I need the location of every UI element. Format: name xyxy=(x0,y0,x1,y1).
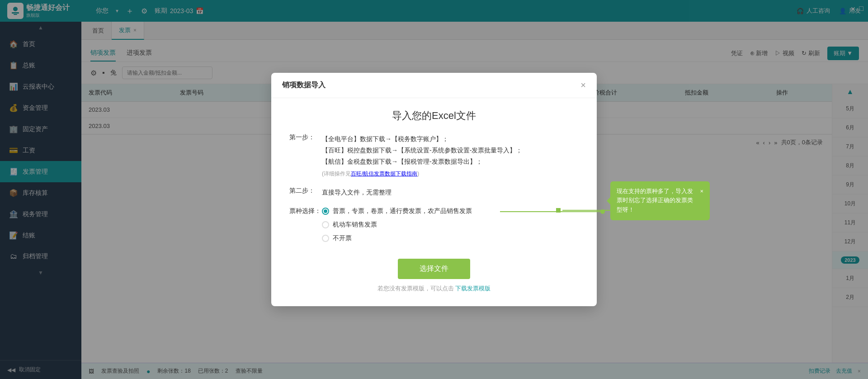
download-template-link[interactable]: 下载发票模版 xyxy=(455,285,491,292)
download-guide-link[interactable]: 百旺/航信发票数据下载指南 xyxy=(351,171,417,177)
ticket-label: 票种选择： xyxy=(289,207,322,248)
step2-label: 第二步： xyxy=(289,187,316,198)
ticket-option-3[interactable]: 不开票 xyxy=(322,234,472,242)
modal-close-button[interactable]: × xyxy=(580,80,586,90)
modal-title: 销项数据导入 xyxy=(282,81,326,90)
ticket-radio-group: 普票，专票，卷票，通行费发票，农产品销售发票 机动车销售发票 xyxy=(322,207,472,248)
ticket-selection: 票种选择： 普票，专票，卷票，通行费发票，农产品销售发票 xyxy=(289,207,579,248)
ticket-option-2[interactable]: 机动车销售发票 xyxy=(322,221,472,229)
tooltip-line xyxy=(500,211,605,212)
step1-row: 第一步： 【全电平台】数据下载→【税务数字账户】； 【百旺】税控盘数据下载→【系… xyxy=(289,133,579,168)
step2-content: 直接导入文件，无需整理 xyxy=(322,187,392,198)
tooltip-bubble: 现在支持的票种多了，导入发票时别忘了选择正确的发票类型呀！ × xyxy=(610,181,710,220)
modal-step2: 第二步： 直接导入文件，无需整理 xyxy=(289,187,579,198)
modal-step1: 第一步： 【全电平台】数据下载→【税务数字账户】； 【百旺】税控盘数据下载→【系… xyxy=(289,133,579,178)
step2-row: 第二步： 直接导入文件，无需整理 xyxy=(289,187,579,198)
radio-1-icon xyxy=(322,208,329,215)
modal-btn-row: 选择文件 xyxy=(289,259,579,279)
modal-header: 销项数据导入 × xyxy=(271,73,597,98)
modal-body: 导入您的Excel文件 第一步： 【全电平台】数据下载→【税务数字账户】； 【百… xyxy=(271,98,597,307)
modal-footer-note: 若您没有发票模版，可以点击 下载发票模版 xyxy=(289,284,579,293)
tooltip-close-button[interactable]: × xyxy=(700,187,703,196)
radio-2-icon xyxy=(322,221,329,228)
radio-3-icon xyxy=(322,235,329,242)
step1-content: 【全电平台】数据下载→【税务数字账户】； 【百旺】税控盘数据下载→【系统设置-系… xyxy=(322,133,522,168)
select-file-button[interactable]: 选择文件 xyxy=(398,259,470,279)
import-modal: 销项数据导入 × 导入您的Excel文件 第一步： 【全电平台】数据下载→【税务… xyxy=(271,73,597,307)
modal-overlay: 销项数据导入 × 导入您的Excel文件 第一步： 【全电平台】数据下载→【税务… xyxy=(0,0,868,379)
step1-note: (详细操作见百旺/航信发票数据下载指南) xyxy=(322,170,579,178)
tooltip-connector xyxy=(556,208,617,213)
tooltip-arrow xyxy=(607,197,610,204)
ticket-option-1[interactable]: 普票，专票，卷票，通行费发票，农产品销售发票 xyxy=(322,207,472,215)
step1-label: 第一步： xyxy=(289,133,316,168)
modal-main-title: 导入您的Excel文件 xyxy=(289,109,579,123)
